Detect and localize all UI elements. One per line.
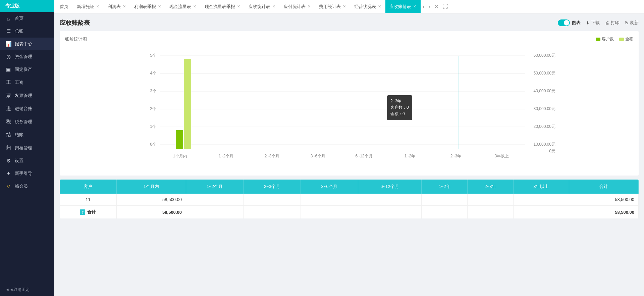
tab-close-profit-quarter[interactable]: ✕ <box>158 4 161 9</box>
tab-profit[interactable]: 利润表 ✕ <box>104 0 130 13</box>
tab-close-biz-status[interactable]: ✕ <box>378 4 381 9</box>
tab-ar-aging[interactable]: 应收账龄表 ✕ <box>385 0 421 13</box>
chart-toggle-label: 图表 <box>572 20 581 26</box>
col-header-m1: 1个月内 <box>116 180 186 194</box>
page-header: 应收账龄表 图表 ⬇ 下载 🖨 打印 ↻ 刷新 <box>60 19 639 27</box>
sidebar-item-guide[interactable]: ✦ 新手引导 <box>0 167 54 180</box>
toggle-track[interactable] <box>558 19 570 26</box>
sidebar-item-label: 发票管理 <box>15 93 32 99</box>
tab-close-profit[interactable]: ✕ <box>123 4 126 9</box>
ledger-icon: ☰ <box>5 28 11 34</box>
chart-svg-wrapper: 5个 4个 3个 2个 1个 0个 60,000.00元 50,000.00元 … <box>65 45 633 170</box>
total-text: 合计 <box>87 209 96 215</box>
sidebar-item-vip[interactable]: V 畅会员 <box>0 180 54 193</box>
tax-icon: 税 <box>5 118 11 125</box>
tab-close-expense-stats[interactable]: ✕ <box>343 4 346 9</box>
legend-amount-label: 金额 <box>625 36 633 42</box>
tab-ap-stats[interactable]: 应付统计表 ✕ <box>280 0 315 13</box>
tab-close-voucher[interactable]: ✕ <box>96 4 99 9</box>
tab-close-cashflow-quarter[interactable]: ✕ <box>237 4 240 9</box>
svg-text:0个: 0个 <box>150 142 156 147</box>
sidebar-item-reports[interactable]: 📊 报表中心 <box>0 38 54 50</box>
sidebar-item-assets[interactable]: ▣ 固定资产 <box>0 63 54 76</box>
page-title: 应收账龄表 <box>60 19 90 27</box>
col-header-m12: 1~2个月 <box>186 180 243 194</box>
tab-nav-next[interactable]: › <box>426 4 432 10</box>
svg-text:2个: 2个 <box>150 106 156 111</box>
col-header-m36: 3~6个月 <box>301 180 358 194</box>
sidebar-item-tax[interactable]: 税 税务管理 <box>0 115 54 128</box>
sidebar-item-payroll[interactable]: 工 工资 <box>0 76 54 89</box>
tab-expense-stats[interactable]: 费用统计表 ✕ <box>315 0 350 13</box>
sidebar-item-settings[interactable]: ⚙ 设置 <box>0 154 54 167</box>
svg-text:0元: 0元 <box>549 149 555 153</box>
refresh-btn[interactable]: ↻ 刷新 <box>625 20 639 26</box>
sidebar-item-sales[interactable]: 进 进销台账 <box>0 102 54 115</box>
sidebar-collapse-btn[interactable]: ◄◄取消固定 <box>0 284 54 296</box>
table-total-row: ∑ 合计 58,500.00 58,500.00 <box>60 206 639 219</box>
tab-profit-quarter[interactable]: 利润表季报 ✕ <box>130 0 165 13</box>
sidebar-item-ledger[interactable]: ☰ 总账 <box>0 25 54 38</box>
svg-text:30,000.00元: 30,000.00元 <box>534 106 555 111</box>
main-area: 首页 新增凭证 ✕ 利润表 ✕ 利润表季报 ✕ 现金流量表 ✕ 现金流量表季报 … <box>54 0 644 296</box>
page-content: 应收账龄表 图表 ⬇ 下载 🖨 打印 ↻ 刷新 <box>54 13 644 296</box>
assets-icon: ▣ <box>5 66 11 72</box>
tab-ar-stats[interactable]: 应收统计表 ✕ <box>245 0 280 13</box>
col-header-y12: 1~2年 <box>422 180 468 194</box>
bar-customers-m1 <box>176 130 183 149</box>
sidebar-item-home[interactable]: ⌂ 首页 <box>0 12 54 25</box>
sidebar-item-label: 首页 <box>15 15 23 21</box>
sidebar-item-label: 报表中心 <box>15 41 32 47</box>
svg-text:10,000.00元: 10,000.00元 <box>534 142 555 147</box>
sidebar-item-label: 固定资产 <box>15 66 32 72</box>
toggle-thumb <box>564 20 569 26</box>
svg-text:60,000.00元: 60,000.00元 <box>534 53 555 58</box>
sidebar-item-label: 工资 <box>15 80 23 86</box>
sidebar-item-invoice[interactable]: 票 发票管理 <box>0 89 54 102</box>
total-m612 <box>358 206 422 219</box>
sidebar: 专业版 ⌂ 首页 ☰ 总账 📊 报表中心 ◎ 资金管理 ▣ 固定资产 工 工资 … <box>0 0 54 296</box>
download-icon: ⬇ <box>586 20 590 26</box>
total-y3plus <box>513 206 569 219</box>
cell-m12 <box>186 194 243 206</box>
download-btn[interactable]: ⬇ 下载 <box>586 20 600 26</box>
cell-customer: 11 <box>60 194 116 206</box>
bar-amount-m1 <box>184 59 191 149</box>
sidebar-item-label: 新手引导 <box>15 170 32 177</box>
sidebar-item-label: 进销台账 <box>15 106 32 112</box>
cell-m23 <box>243 194 301 206</box>
tab-nav-prev[interactable]: ‹ <box>421 4 426 10</box>
legend-customer-color <box>596 38 600 41</box>
tab-close-ar-stats[interactable]: ✕ <box>272 4 275 9</box>
chart-area: 账龄统计图 客户数 金额 5个 4个 3个 2个 1个 <box>60 31 639 176</box>
sidebar-item-funds[interactable]: ◎ 资金管理 <box>0 50 54 63</box>
sidebar-item-close[interactable]: 结 结账 <box>0 128 54 141</box>
col-header-total: 合计 <box>569 180 638 194</box>
sidebar-item-archive[interactable]: 归 归档管理 <box>0 141 54 154</box>
tab-close-all[interactable]: ✕ <box>432 3 441 10</box>
tab-expand[interactable]: ⛶ <box>441 4 450 10</box>
tab-close-ap-stats[interactable]: ✕ <box>308 4 311 9</box>
sidebar-item-label: 归档管理 <box>15 145 32 151</box>
svg-text:20,000.00元: 20,000.00元 <box>534 124 555 129</box>
tab-cashflow-quarter[interactable]: 现金流量表季报 ✕ <box>201 0 245 13</box>
svg-text:4个: 4个 <box>150 71 156 76</box>
tab-biz-status[interactable]: 经营状况表 ✕ <box>350 0 385 13</box>
legend-customers: 客户数 <box>596 36 614 42</box>
tab-home[interactable]: 首页 <box>56 0 73 13</box>
svg-text:1~2个月: 1~2个月 <box>219 154 233 158</box>
svg-text:1个月内: 1个月内 <box>173 154 187 158</box>
total-m36 <box>301 206 358 219</box>
svg-text:1~2年: 1~2年 <box>405 154 415 158</box>
cell-m612 <box>358 194 422 206</box>
tab-close-cashflow[interactable]: ✕ <box>193 4 196 9</box>
gear-icon: ⚙ <box>5 158 11 164</box>
col-header-m612: 6~12个月 <box>358 180 422 194</box>
tab-cashflow[interactable]: 现金流量表 ✕ <box>165 0 201 13</box>
tab-close-ar-aging[interactable]: ✕ <box>413 4 416 9</box>
close-accounts-icon: 结 <box>5 132 11 138</box>
chart-toggle[interactable]: 图表 <box>558 19 581 26</box>
tab-voucher[interactable]: 新增凭证 ✕ <box>73 0 104 13</box>
print-btn[interactable]: 🖨 打印 <box>605 20 620 26</box>
cell-m36 <box>301 194 358 206</box>
